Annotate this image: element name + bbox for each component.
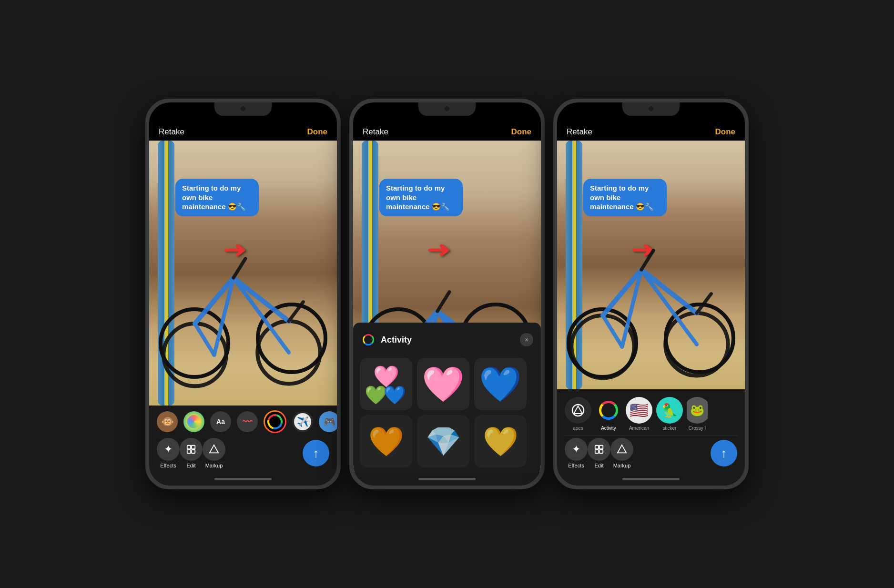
send-btn-3[interactable]: ↑	[711, 440, 737, 466]
phone-3: Retake Done Starting to do my own bike m…	[553, 99, 749, 489]
activity-ring-icon	[361, 332, 376, 347]
teal-heart-sticker[interactable]: 💙	[474, 358, 527, 410]
sticker-row-1: 🐵 Aa 〰 ✈️	[157, 410, 329, 433]
action-row-1: ✦ Effects Edit Markup	[157, 438, 329, 468]
svg-rect-36	[595, 450, 599, 453]
plane-sticker-btn[interactable]: ✈️	[292, 411, 313, 432]
monkey-sticker-btn[interactable]: 🐵	[157, 411, 178, 432]
markup-label-3: Markup	[613, 463, 631, 468]
top-bar-3: Retake Done	[557, 123, 745, 141]
svg-line-8	[289, 302, 303, 321]
yellow-sticker[interactable]: 💛	[474, 415, 527, 467]
retake-button-1[interactable]: Retake	[159, 127, 184, 137]
top-bar-1: Retake Done	[149, 123, 337, 141]
phones-container: Retake Done Starting to do my own bike m…	[136, 89, 758, 499]
effects-btn-3[interactable]: ✦ Effects	[565, 438, 588, 468]
text-bubble-2: Starting to do my own bike maintenance 😎…	[379, 179, 463, 216]
orange-sticker[interactable]: 🧡	[360, 415, 412, 467]
action-row-3: ✦ Effects Edit Markup	[565, 438, 737, 468]
bike-svg-3	[557, 141, 745, 389]
effects-btn-1[interactable]: ✦ Effects	[157, 438, 180, 468]
phone-camera-1	[241, 106, 245, 111]
svg-rect-35	[599, 446, 603, 449]
done-button-3[interactable]: Done	[715, 127, 736, 137]
bottom-bar-3: apes Activity 🇺🇸 American	[557, 389, 745, 472]
text-bubble-1: Starting to do my own bike maintenance 😎…	[175, 179, 259, 216]
picker-close-btn[interactable]: ×	[520, 333, 533, 346]
edit-label-1: Edit	[187, 463, 196, 468]
phone-2: Retake Done Starting to do my own bike m…	[349, 99, 545, 489]
effects-icon-3: ✦	[565, 438, 588, 461]
text-sticker-btn[interactable]: Aa	[210, 411, 231, 432]
status-bar-3	[557, 102, 745, 123]
home-indicator-3	[557, 472, 745, 486]
triple-hearts-sticker[interactable]: 💚 💙 🩷	[360, 358, 412, 410]
phone-1: Retake Done Starting to do my own bike m…	[145, 99, 341, 489]
send-btn-1[interactable]: ↑	[303, 440, 329, 466]
effects-icon-1: ✦	[157, 438, 180, 461]
markup-icon-3	[610, 438, 633, 461]
crossy-sticker-btn[interactable]: 🎮	[319, 411, 337, 432]
edit-btn-1[interactable]: Edit	[180, 438, 203, 468]
bike-photo-3: Starting to do my own bike maintenance 😎…	[557, 141, 745, 389]
svg-marker-33	[574, 406, 582, 414]
photo-area-2: Starting to do my own bike maintenance 😎…	[353, 141, 541, 472]
teal-sticker2[interactable]: 💎	[417, 415, 469, 467]
edit-btn-3[interactable]: Edit	[588, 438, 610, 468]
svg-rect-37	[599, 450, 603, 453]
shapes-label: apes	[573, 426, 583, 431]
activity-picker: Activity × 💚 💙 🩷	[353, 323, 541, 472]
markup-icon-1	[203, 438, 225, 461]
done-button-1[interactable]: Done	[307, 127, 328, 137]
home-indicator-1	[149, 472, 337, 486]
svg-marker-38	[618, 445, 626, 453]
markup-btn-1[interactable]: Markup	[203, 438, 225, 468]
home-indicator-2	[353, 472, 541, 486]
american-scroll-item[interactable]: 🇺🇸 American	[626, 397, 652, 431]
photo-area-1: Starting to do my own bike maintenance 😎…	[149, 141, 337, 406]
activity-sticker-selected[interactable]	[264, 410, 286, 433]
activity-scroll-label: Activity	[601, 426, 616, 431]
top-bar-2: Retake Done	[353, 123, 541, 141]
sticker-scroll-label: sticker	[663, 426, 677, 431]
color-sticker-btn[interactable]	[183, 411, 204, 432]
edit-icon-3	[588, 438, 610, 461]
svg-point-23	[571, 315, 634, 378]
shapes-scroll-item[interactable]: apes	[565, 397, 591, 431]
svg-rect-11	[187, 450, 191, 453]
bottom-bar-1: 🐵 Aa 〰 ✈️	[149, 406, 337, 472]
squiggle-sticker-btn[interactable]: 〰	[237, 411, 258, 432]
edit-label-3: Edit	[595, 463, 604, 468]
retake-button-2[interactable]: Retake	[363, 127, 388, 137]
svg-rect-10	[192, 446, 195, 449]
crossy-scroll-item[interactable]: 🐸 Crossy I	[687, 397, 708, 431]
svg-line-7	[234, 259, 245, 278]
activity-scroll-item[interactable]: Activity	[595, 397, 622, 431]
svg-point-0	[163, 324, 226, 386]
crossy-scroll-label: Crossy I	[689, 426, 706, 431]
sticker-grid: 💚 💙 🩷 🩷 💙	[353, 353, 541, 415]
svg-rect-12	[192, 450, 195, 453]
picker-title: Activity	[381, 335, 515, 345]
status-bar-1	[149, 102, 337, 123]
picker-header: Activity ×	[353, 328, 541, 353]
bike-photo-1: Starting to do my own bike maintenance 😎…	[149, 141, 337, 406]
text-bubble-3: Starting to do my own bike maintenance 😎…	[583, 179, 667, 216]
markup-btn-3[interactable]: Markup	[610, 438, 633, 468]
phone-camera-2	[445, 106, 449, 111]
markup-label-1: Markup	[205, 463, 223, 468]
edit-icon-1	[180, 438, 203, 461]
photo-area-3: Starting to do my own bike maintenance 😎…	[557, 141, 745, 389]
svg-line-21	[437, 292, 449, 311]
sticker-scroll-row: apes Activity 🇺🇸 American	[565, 394, 737, 434]
phone-camera-3	[649, 106, 653, 111]
svg-marker-13	[210, 445, 218, 453]
done-button-2[interactable]: Done	[511, 127, 532, 137]
svg-rect-9	[187, 446, 191, 449]
effects-label-1: Effects	[160, 463, 176, 468]
sticker-scroll-item[interactable]: 🦜 sticker	[656, 397, 683, 431]
retake-button-3[interactable]: Retake	[567, 127, 592, 137]
ring-heart-sticker[interactable]: 🩷	[417, 358, 469, 410]
american-scroll-label: American	[629, 426, 649, 431]
svg-line-30	[641, 251, 653, 270]
